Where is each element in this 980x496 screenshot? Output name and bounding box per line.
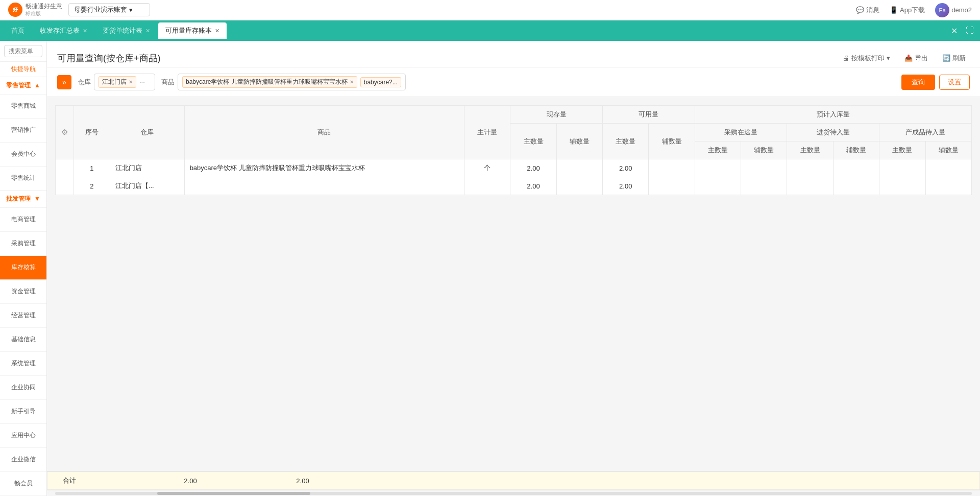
search-input[interactable]	[4, 45, 42, 57]
row-index: 1	[74, 159, 110, 177]
sidebar-item-finance[interactable]: 资金管理	[0, 280, 46, 304]
more-options-icon[interactable]: ···	[139, 78, 145, 86]
sidebar-section-wholesale[interactable]: 批发管理 ▼	[0, 191, 46, 208]
sidebar-item-new-guide[interactable]: 新手引导	[0, 400, 46, 424]
enterprise-collab-label: 企业协同	[11, 383, 36, 392]
print-template-button[interactable]: 🖨 按模板打印 ▾	[839, 52, 894, 65]
th-stock-group: 现存量	[510, 106, 603, 124]
row-stock-aux	[556, 159, 602, 177]
sidebar-item-retail-mall[interactable]: 零售商城	[0, 95, 46, 119]
sidebar-item-purchase[interactable]: 采购管理	[0, 232, 46, 256]
close-all-tabs-button[interactable]: ✕	[949, 24, 960, 38]
setting-button[interactable]: 设置	[939, 75, 970, 90]
user-area[interactable]: Ea demo2	[935, 3, 972, 17]
scrollbar-thumb[interactable]	[157, 492, 310, 495]
scrollbar-track[interactable]	[55, 492, 972, 495]
app-label: App下载	[900, 6, 925, 15]
sidebar-item-basic-info[interactable]: 基础信息	[0, 328, 46, 352]
sidebar-item-enterprise-collab[interactable]: 企业协同	[0, 376, 46, 400]
sidebar-item-chang-member[interactable]: 畅会员	[0, 472, 46, 496]
tab-close-icon[interactable]: ✕	[83, 28, 87, 34]
th-product-group: 产成品待入量	[879, 124, 972, 141]
row-stock-main: 2.00	[510, 177, 556, 195]
table-footer: 合计 2.00 2.00	[47, 471, 980, 490]
product-input[interactable]: babycare学饮杯 儿童防摔防撞吸管杯重力球吸嘴杯宝宝水杯 ✕ babyca…	[178, 74, 406, 90]
th-settings: ⚙	[56, 106, 74, 159]
message-icon: 💬	[856, 6, 864, 14]
page-title: 可用量查询(按仓库+商品)	[57, 52, 161, 64]
product-tag-1-close[interactable]: ✕	[350, 79, 354, 85]
chevron-down-icon: ▼	[34, 195, 40, 202]
tab-close-icon[interactable]: ✕	[145, 28, 150, 34]
row-purchase-main	[695, 177, 741, 195]
warehouse-filter: 仓库 江北门店 ✕ ···	[78, 74, 155, 90]
product-filter: 商品 babycare学饮杯 儿童防摔防撞吸管杯重力球吸嘴杯宝宝水杯 ✕ bab…	[161, 74, 406, 90]
refresh-icon: 🔄	[942, 54, 950, 62]
industry-selector[interactable]: 母婴行业演示账套 ▾	[68, 3, 150, 16]
row-product-main	[879, 177, 925, 195]
sidebar-item-operations[interactable]: 经营管理	[0, 304, 46, 328]
expand-icon[interactable]: ⛶	[964, 24, 976, 37]
app-download-action[interactable]: 📱 App下载	[890, 6, 925, 15]
tab-requisition-stats[interactable]: 要货单统计表 ✕	[95, 22, 157, 39]
tab-home[interactable]: 首页	[4, 22, 32, 39]
export-button[interactable]: 📤 导出	[900, 52, 932, 65]
sidebar-item-retail-stats[interactable]: 零售统计	[0, 167, 46, 191]
warehouse-filter-label: 仓库	[78, 78, 91, 87]
logo-text-block: 畅捷通好生意 标准版	[26, 3, 62, 17]
th-stock-aux: 辅数量	[556, 124, 602, 159]
row-avail-aux	[649, 177, 695, 195]
th-warehouse: 仓库	[110, 106, 184, 159]
th-purchase-main: 主数量	[695, 141, 741, 159]
refresh-label: 刷新	[952, 54, 966, 63]
operations-label: 经营管理	[11, 311, 36, 320]
page-header-actions: 🖨 按模板打印 ▾ 📤 导出 🔄 刷新	[839, 52, 970, 65]
inventory-label: 库存核算	[11, 263, 36, 272]
purchase-label: 采购管理	[11, 239, 36, 248]
row-transit-aux	[833, 177, 879, 195]
warehouse-tag: 江北门店 ✕	[99, 76, 136, 88]
row-product-aux	[925, 177, 971, 195]
avatar: Ea	[935, 3, 949, 17]
top-bar: 好 畅捷通好生意 标准版 母婴行业演示账套 ▾ 💬 消息 📱 App下载 Ea …	[0, 0, 980, 20]
sidebar-item-marketing[interactable]: 营销推广	[0, 119, 46, 143]
message-action[interactable]: 💬 消息	[856, 6, 879, 15]
product-tag-2-text: babycare?...	[364, 79, 398, 86]
row-purchase-aux	[741, 159, 787, 177]
refresh-button[interactable]: 🔄 刷新	[938, 52, 970, 65]
sidebar-item-member-center[interactable]: 会员中心	[0, 143, 46, 167]
app-center-label: 应用中心	[11, 431, 36, 440]
retail-mall-label: 零售商城	[11, 102, 36, 110]
tab-close-icon[interactable]: ✕	[215, 28, 219, 34]
retail-section-label: 零售管理	[6, 81, 31, 90]
logo-sub: 标准版	[26, 10, 62, 17]
query-button[interactable]: 查询	[901, 75, 935, 90]
table-row: 2 江北门店【... 2.00 2.00	[56, 177, 972, 195]
row-purchase-aux	[741, 177, 787, 195]
warehouse-tag-close[interactable]: ✕	[129, 79, 133, 85]
tab-collection-summary[interactable]: 收发存汇总表 ✕	[33, 22, 94, 39]
th-transit-main: 主数量	[787, 141, 833, 159]
chevron-down-icon: ▾	[887, 54, 890, 62]
sidebar-item-inventory[interactable]: 库存核算	[0, 256, 46, 280]
row-stock-main: 2.00	[510, 159, 556, 177]
ecommerce-label: 电商管理	[11, 215, 36, 224]
th-transit-aux: 辅数量	[833, 141, 879, 159]
wholesale-section-label: 批发管理	[6, 195, 31, 203]
warehouse-input[interactable]: 江北门店 ✕ ···	[94, 74, 155, 90]
sidebar-item-system[interactable]: 系统管理	[0, 352, 46, 376]
row-unit	[464, 177, 510, 195]
th-purchase-group: 采购在途量	[695, 124, 787, 141]
filter-actions: 查询 设置	[901, 75, 970, 90]
sidebar-item-enterprise-wechat[interactable]: 企业微信	[0, 448, 46, 472]
sidebar-item-app-center[interactable]: 应用中心	[0, 424, 46, 448]
sidebar-item-quick-nav[interactable]: 快捷导航	[0, 62, 46, 77]
settings-icon[interactable]: ⚙	[61, 128, 68, 136]
sidebar-section-retail[interactable]: 零售管理 ▲	[0, 77, 46, 95]
page-header: 可用量查询(按仓库+商品) 🖨 按模板打印 ▾ 📤 导出 🔄 刷新	[47, 41, 980, 67]
filter-toggle-button[interactable]: »	[57, 75, 71, 89]
tab-available-inventory[interactable]: 可用量库存账本 ✕	[158, 22, 227, 39]
main-layout: 快捷导航 零售管理 ▲ 零售商城 营销推广 会员中心 零售统计 批发管理 ▼ 电…	[0, 41, 980, 496]
top-bar-right: 💬 消息 📱 App下载 Ea demo2	[856, 3, 972, 17]
sidebar-item-ecommerce[interactable]: 电商管理	[0, 208, 46, 232]
